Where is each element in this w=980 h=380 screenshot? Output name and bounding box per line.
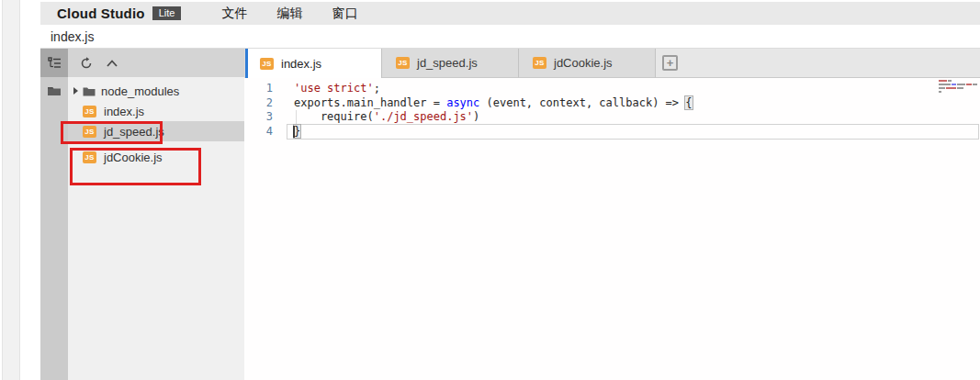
menubar: Cloud Studio Lite 文件 编辑 窗口 [40, 2, 980, 25]
line-number: 4 [244, 125, 273, 140]
tab-label: index.js [281, 57, 321, 71]
menu-edit[interactable]: 编辑 [262, 4, 317, 24]
js-file-icon: JS [396, 57, 410, 69]
breadcrumb: index.js [40, 25, 980, 49]
minimap-line [939, 80, 977, 82]
lite-badge: Lite [152, 6, 182, 20]
js-file-icon: JS [533, 57, 546, 69]
collapse-all-button[interactable] [105, 56, 119, 71]
tree-view-icon [48, 57, 62, 69]
code-text: exports.main_handler = async (event, con… [273, 96, 693, 111]
file-explorer-panel: node_modules JS index.js JS jd_speed.js … [68, 49, 244, 380]
code-editor[interactable]: 1 'use strict'; 2 exports.main_handler =… [244, 78, 980, 380]
code-text: } [273, 125, 300, 140]
refresh-button[interactable] [79, 56, 94, 71]
editor-group: JS index.js JS jd_speed.js JS jdCookie.j… [244, 49, 980, 380]
tab-index-js[interactable]: JS index.js [245, 49, 382, 78]
activity-item-explorer[interactable] [40, 77, 68, 105]
app-column: Cloud Studio Lite 文件 编辑 窗口 index.js [40, 2, 980, 380]
plus-icon: + [667, 58, 674, 69]
expand-arrow-icon[interactable] [73, 87, 78, 95]
menu-window[interactable]: 窗口 [317, 4, 372, 24]
tab-bar: JS index.js JS jd_speed.js JS jdCookie.j… [244, 49, 980, 78]
file-name: index.js [104, 105, 144, 118]
folder-icon [83, 86, 96, 96]
js-file-icon: JS [83, 106, 96, 117]
tab-label: jd_speed.js [417, 56, 478, 70]
js-file-icon: JS [260, 58, 274, 70]
tree-item-node-modules[interactable]: node_modules [68, 81, 244, 101]
tab-strip-empty: + [656, 49, 980, 78]
new-tab-button[interactable]: + [662, 55, 678, 71]
code-text: require('./jd_speed.js') [273, 110, 479, 125]
code-line-4: 4 } [244, 125, 980, 140]
explorer-toolbar [68, 49, 244, 77]
tab-jdcookie-js[interactable]: JS jdCookie.js [519, 49, 656, 78]
chevron-up-icon [107, 60, 118, 67]
refresh-icon [80, 57, 93, 70]
menu-list: 文件 编辑 窗口 [207, 4, 372, 24]
folder-icon [47, 85, 62, 96]
folder-name: node_modules [101, 84, 179, 98]
workbench-body: node_modules JS index.js JS jd_speed.js … [40, 49, 980, 380]
code-text: 'use strict'; [273, 82, 380, 96]
minimap[interactable] [939, 80, 977, 95]
activity-item-tree-view[interactable] [40, 49, 68, 77]
code-line-3: 3 require('./jd_speed.js') [244, 110, 980, 125]
minimap-line [939, 91, 977, 93]
text-cursor [293, 126, 295, 138]
annotation-rect-jd-speed [61, 121, 163, 144]
tab-jd-speed-js[interactable]: JS jd_speed.js [382, 49, 519, 78]
line-number: 2 [244, 96, 273, 111]
cloud-studio-window: Cloud Studio Lite 文件 编辑 窗口 index.js [0, 0, 980, 380]
line-number: 1 [244, 82, 273, 96]
breadcrumb-filename: index.js [51, 29, 94, 44]
menu-file[interactable]: 文件 [207, 4, 262, 24]
code-line-2: 2 exports.main_handler = async (event, c… [244, 96, 980, 111]
minimap-line [939, 87, 977, 89]
tab-label: jdCookie.js [554, 56, 613, 70]
code-lines: 1 'use strict'; 2 exports.main_handler =… [244, 78, 980, 139]
activity-bar [40, 49, 68, 380]
line-number: 3 [244, 110, 273, 125]
annotation-rect-jdcookie [70, 148, 201, 185]
minimap-line [939, 84, 977, 85]
tree-item-index-js[interactable]: JS index.js [68, 101, 244, 121]
left-edge-strip [2, 0, 20, 380]
app-title: Cloud Studio [57, 6, 145, 21]
code-line-1: 1 'use strict'; [244, 82, 980, 96]
